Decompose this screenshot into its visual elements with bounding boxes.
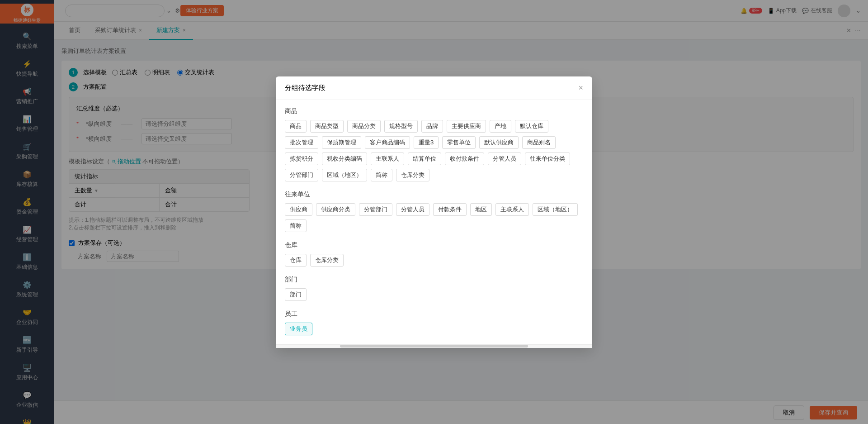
field-tag-0-3[interactable]: 规格型号 (384, 120, 418, 133)
field-tag-1-0[interactable]: 供应商 (285, 203, 312, 216)
modal-title: 分组待选字段 (285, 84, 326, 92)
field-grid-2: 仓库仓库分类 (285, 254, 583, 267)
field-tag-0-16[interactable]: 税收分类编码 (322, 152, 367, 165)
field-tag-1-4[interactable]: 付款条件 (433, 203, 467, 216)
modal-body: 商品商品商品类型商品分类规格型号品牌主要供应商产地默认仓库批次管理保质期管理客户… (276, 100, 592, 344)
field-tag-1-1[interactable]: 供应商分类 (316, 203, 355, 216)
field-tag-0-13[interactable]: 默认供应商 (479, 136, 519, 149)
field-tag-1-5[interactable]: 地区 (470, 203, 492, 216)
field-tag-1-6[interactable]: 主联系人 (495, 203, 529, 216)
field-section-3: 部门部门 (285, 276, 583, 301)
modal-overlay: 分组待选字段 × 商品商品商品类型商品分类规格型号品牌主要供应商产地默认仓库批次… (0, 0, 868, 424)
field-tag-0-5[interactable]: 主要供应商 (447, 120, 486, 133)
field-tag-0-23[interactable]: 区域（地区） (322, 169, 367, 181)
field-tag-0-8[interactable]: 批次管理 (285, 136, 318, 149)
field-tag-0-25[interactable]: 仓库分类 (396, 169, 429, 181)
field-tag-0-0[interactable]: 商品 (285, 120, 307, 133)
field-tag-4-0[interactable]: 业务员 (285, 323, 312, 335)
field-tag-0-2[interactable]: 商品分类 (347, 120, 381, 133)
field-tag-0-12[interactable]: 零售单位 (442, 136, 476, 149)
field-tag-0-17[interactable]: 主联系人 (371, 152, 404, 165)
field-tag-0-9[interactable]: 保质期管理 (322, 136, 361, 149)
modal-header: 分组待选字段 × (276, 76, 592, 100)
field-tag-0-20[interactable]: 分管人员 (488, 152, 521, 165)
field-tag-0-11[interactable]: 重量3 (414, 136, 439, 149)
field-tag-0-19[interactable]: 收付款条件 (445, 152, 484, 165)
field-section-0: 商品商品商品类型商品分类规格型号品牌主要供应商产地默认仓库批次管理保质期管理客户… (285, 107, 583, 181)
field-tag-0-7[interactable]: 默认仓库 (515, 120, 548, 133)
field-grid-4: 业务员 (285, 323, 583, 335)
field-tag-0-10[interactable]: 客户商品编码 (365, 136, 410, 149)
field-tag-2-1[interactable]: 仓库分类 (310, 254, 344, 267)
field-tag-0-4[interactable]: 品牌 (421, 120, 443, 133)
field-tag-3-0[interactable]: 部门 (285, 288, 307, 301)
field-section-title-0: 商品 (285, 107, 583, 115)
field-tag-0-14[interactable]: 商品别名 (522, 136, 556, 149)
field-grid-0: 商品商品类型商品分类规格型号品牌主要供应商产地默认仓库批次管理保质期管理客户商品… (285, 120, 583, 181)
field-section-title-3: 部门 (285, 276, 583, 284)
field-section-4: 员工业务员 (285, 310, 583, 335)
field-tag-0-15[interactable]: 拣货积分 (285, 152, 318, 165)
field-grid-3: 部门 (285, 288, 583, 301)
field-section-1: 往来单位供应商供应商分类分管部门分管人员付款条件地区主联系人区域（地区）简称 (285, 191, 583, 232)
field-tag-0-21[interactable]: 往来单位分类 (525, 152, 570, 165)
field-section-2: 仓库仓库仓库分类 (285, 241, 583, 267)
field-tag-1-3[interactable]: 分管人员 (396, 203, 429, 216)
field-tag-1-2[interactable]: 分管部门 (359, 203, 392, 216)
field-section-title-2: 仓库 (285, 241, 583, 249)
field-tag-0-1[interactable]: 商品类型 (310, 120, 344, 133)
field-tag-0-24[interactable]: 简称 (371, 169, 392, 181)
field-tag-0-18[interactable]: 结算单位 (408, 152, 441, 165)
modal: 分组待选字段 × 商品商品商品类型商品分类规格型号品牌主要供应商产地默认仓库批次… (276, 76, 592, 348)
field-section-title-1: 往来单位 (285, 191, 583, 199)
field-grid-1: 供应商供应商分类分管部门分管人员付款条件地区主联系人区域（地区）简称 (285, 203, 583, 232)
field-section-title-4: 员工 (285, 310, 583, 318)
modal-hscroll[interactable] (276, 344, 592, 348)
field-tag-2-0[interactable]: 仓库 (285, 254, 307, 267)
modal-close-button[interactable]: × (578, 84, 583, 92)
field-tag-0-22[interactable]: 分管部门 (285, 169, 318, 181)
field-tag-1-7[interactable]: 区域（地区） (533, 203, 578, 216)
field-tag-1-8[interactable]: 简称 (285, 219, 307, 232)
field-tag-0-6[interactable]: 产地 (490, 120, 511, 133)
